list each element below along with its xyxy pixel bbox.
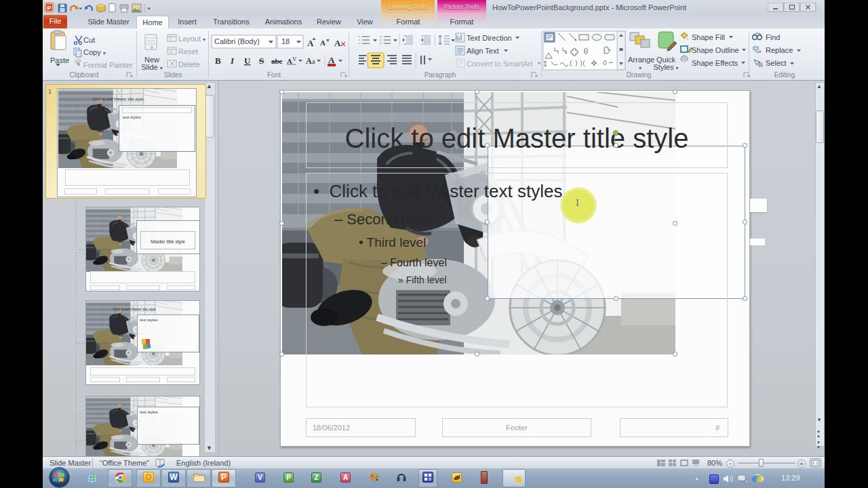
svg-text:Select: Select: [766, 59, 787, 67]
svg-text:Text Direction: Text Direction: [467, 34, 512, 42]
svg-text:A: A: [287, 57, 292, 65]
svg-text:Shape Outline: Shape Outline: [692, 46, 739, 54]
svg-text:V: V: [292, 56, 297, 62]
svg-text:Shape Effects: Shape Effects: [692, 59, 738, 67]
svg-text:P: P: [47, 5, 51, 12]
svg-text:Shape Fill: Shape Fill: [692, 33, 725, 41]
svg-text:A: A: [306, 56, 312, 66]
svg-text:abc: abc: [271, 57, 283, 65]
svg-text:S: S: [259, 56, 264, 66]
svg-text:A: A: [334, 38, 341, 48]
svg-text:A: A: [320, 39, 326, 47]
svg-text:a: a: [312, 58, 315, 65]
svg-text:B: B: [215, 56, 221, 66]
svg-text:U: U: [244, 56, 251, 66]
svg-text:Replace: Replace: [766, 46, 793, 54]
svg-text:Align Text: Align Text: [467, 47, 499, 55]
svg-text:I: I: [230, 56, 235, 66]
svg-text:Find: Find: [766, 33, 780, 41]
svg-text:Convert to SmartArt: Convert to SmartArt: [467, 60, 532, 68]
svg-text:A: A: [328, 55, 335, 65]
